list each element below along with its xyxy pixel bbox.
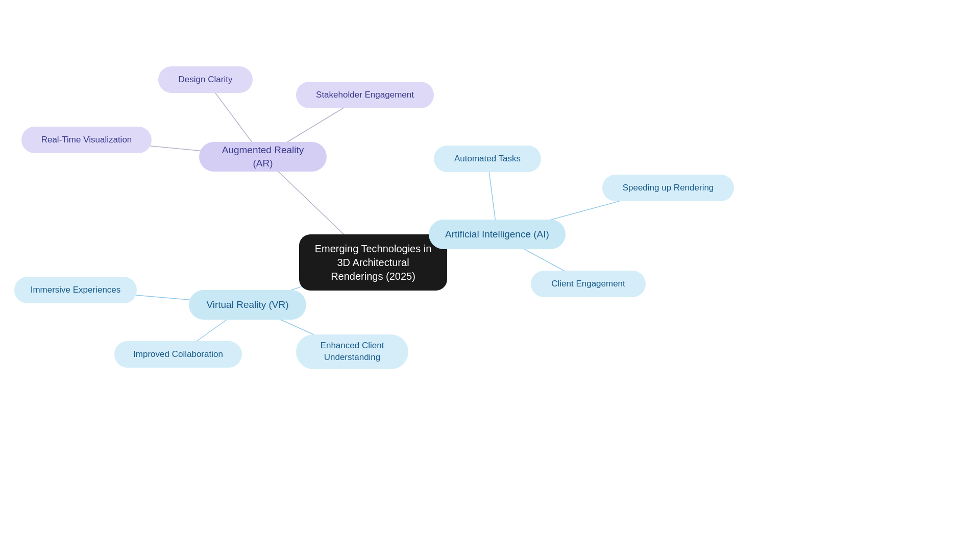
node-automated[interactable]: Automated Tasks xyxy=(434,146,541,172)
node-immersive[interactable]: Immersive Experiences xyxy=(14,277,137,303)
center-node[interactable]: Emerging Technologies in 3D Architectura… xyxy=(299,234,447,291)
node-speeding[interactable]: Speeding up Rendering xyxy=(602,175,734,201)
node-design-clarity[interactable]: Design Clarity xyxy=(158,66,253,93)
node-ar[interactable]: Augmented Reality (AR) xyxy=(199,142,327,172)
node-stakeholder[interactable]: Stakeholder Engagement xyxy=(296,82,434,108)
node-realtime[interactable]: Real-Time Visualization xyxy=(21,127,152,153)
node-client-engagement[interactable]: Client Engagement xyxy=(531,271,646,297)
node-ai[interactable]: Artificial Intelligence (AI) xyxy=(429,220,566,249)
node-improved-collab[interactable]: Improved Collaboration xyxy=(114,341,242,368)
node-vr[interactable]: Virtual Reality (VR) xyxy=(189,290,306,320)
node-enhanced-client[interactable]: Enhanced Client Understanding xyxy=(296,334,408,369)
